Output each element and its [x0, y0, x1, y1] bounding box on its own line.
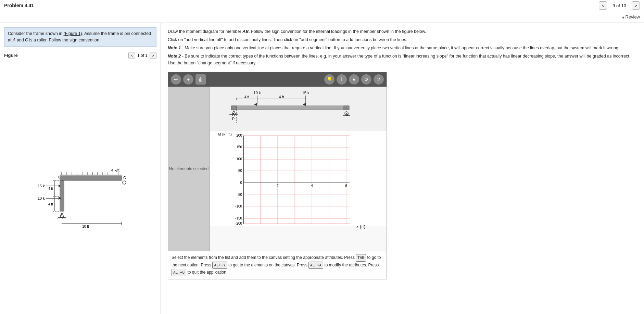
left-selector: No elements selected	[168, 87, 210, 251]
y-200: 200	[236, 134, 242, 137]
y-50: 50	[238, 169, 242, 173]
svg-rect-37	[231, 106, 237, 110]
add-btn[interactable]: +	[183, 74, 193, 85]
beam-dim1: 4 ft	[244, 95, 249, 99]
second-bar: Review	[0, 11, 644, 23]
problem-text-box: Consider the frame shown in (Figure 1). …	[4, 27, 156, 47]
horizontal-beam	[60, 176, 122, 180]
beam-svg: 10 k 15 k 4 ft 4 ft	[213, 89, 357, 127]
y-150n: -150	[235, 216, 242, 220]
figure-canvas: 4 k/ft B	[0, 60, 161, 314]
figure-label: Figure	[4, 53, 18, 58]
alt-q-key: ALT+Q	[172, 269, 186, 276]
bottom-text5: to quit the application.	[187, 270, 227, 275]
bottom-text1: Select the elements from the list and ad…	[172, 255, 356, 260]
hint-btn[interactable]: 💡	[324, 74, 334, 85]
tool-toolbar-right: 💡 i ∨ ↺ ?	[324, 74, 384, 85]
tool-toolbar-left: ↩ + 🗑	[171, 74, 206, 85]
instruction-note1: Note 1 - Make sure you place only one ve…	[168, 45, 637, 51]
figure-nav-current: 1 of 1	[137, 53, 148, 58]
bottom-instructions: Select the elements from the list and ad…	[168, 251, 387, 279]
prev-button[interactable]: <	[599, 1, 607, 10]
problem-title: Problem 4.41	[4, 3, 34, 8]
y-150: 150	[236, 145, 242, 149]
beam-dim2: 4 ft	[279, 95, 284, 99]
dim-10ft: 10 ft	[82, 225, 89, 228]
figure-prev-btn[interactable]: <	[128, 52, 135, 59]
beam-load2-label: 15 k	[302, 91, 310, 95]
diagram-tool: ↩ + 🗑 💡 i ∨ ↺ ? No elements selected	[168, 72, 387, 251]
alt-a-key: ALT+A	[308, 262, 323, 269]
info-btn[interactable]: i	[337, 74, 347, 85]
vertical-beam	[60, 180, 64, 211]
bottom-text3: to get to the elements on the canvas. Pr…	[228, 263, 308, 267]
x-2: 2	[277, 184, 279, 188]
instructions: Draw the moment diagram for member AB. F…	[168, 28, 637, 66]
no-elements-label: No elements selected	[169, 166, 209, 171]
y-0: 0	[240, 181, 242, 185]
diagram-content: No elements selected	[168, 87, 387, 251]
chart-y-label: M (k · ft)	[218, 132, 232, 136]
dist-load-label: 4 k/ft	[111, 168, 119, 172]
alt-y-key: ALT+Y	[212, 262, 227, 269]
load-10k-label: 10 k	[38, 196, 45, 200]
beam-load1-label: 10 k	[254, 91, 261, 95]
expand-btn[interactable]: ∨	[349, 74, 359, 85]
y-50n: -50	[237, 193, 242, 197]
dim-4ft-2: 4 ft	[48, 202, 53, 206]
left-panel: Consider the frame shown in (Figure 1). …	[0, 23, 161, 314]
svg-point-13	[123, 181, 126, 184]
problem-text: Consider the frame shown in	[8, 31, 64, 36]
delete-btn[interactable]: 🗑	[195, 74, 206, 85]
tab-key: TAB	[356, 254, 366, 262]
help-btn[interactable]: ?	[374, 74, 384, 85]
chart-area: M (k · ft)	[210, 131, 387, 226]
top-bar: Problem 4.41 < 9 of 10 >	[0, 0, 644, 11]
chart-container: 200 150 100 50 0 -50 -100 -150 -200	[233, 132, 384, 225]
pagination: 9 of 10	[613, 3, 626, 8]
svg-rect-40	[344, 106, 349, 110]
figure-svg: 4 k/ft B	[19, 152, 142, 234]
top-bar-right: < 9 of 10 >	[599, 1, 640, 10]
load-15k-label: 15 k	[38, 184, 45, 188]
chart-svg: 200 150 100 50 0 -50 -100 -150 -200	[233, 132, 356, 228]
right-diagram: 10 k 15 k 4 ft 4 ft	[210, 87, 387, 251]
main-layout: Consider the frame shown in (Figure 1). …	[0, 23, 644, 314]
figure-link[interactable]: (Figure 1)	[64, 31, 82, 36]
instruction-note2: Note 2 - Be sure to indicate the correct…	[168, 53, 637, 66]
y-100n: -100	[235, 204, 242, 208]
instruction-line0: Draw the moment diagram for member AB. F…	[168, 28, 637, 35]
undo-btn[interactable]: ↩	[171, 74, 181, 85]
tool-toolbar: ↩ + 🗑 💡 i ∨ ↺ ?	[168, 72, 387, 87]
x-4: 4	[311, 184, 313, 188]
dim-4ft-1: 4 ft	[48, 187, 53, 191]
figure-next-btn[interactable]: >	[150, 52, 156, 59]
y-100: 100	[236, 157, 242, 161]
x-6: 6	[345, 184, 347, 188]
review-link[interactable]: Review	[622, 14, 640, 20]
right-panel: Draw the moment diagram for member AB. F…	[161, 23, 644, 314]
beam-label-p: P	[232, 117, 235, 121]
next-button[interactable]: >	[632, 1, 640, 10]
figure-nav: < 1 of 1 >	[128, 52, 156, 59]
beam-rect	[232, 106, 349, 110]
figure-label-row: Figure < 1 of 1 >	[0, 49, 161, 60]
y-200n: -200	[235, 222, 242, 225]
refresh-btn[interactable]: ↺	[361, 74, 371, 85]
bottom-text4: to modify the attributes. Press	[324, 263, 379, 267]
point-c-label: C	[123, 176, 126, 180]
instruction-line1: Click on "add vertical line off" to add …	[168, 36, 637, 43]
beam-area: 10 k 15 k 4 ft 4 ft	[210, 87, 387, 131]
